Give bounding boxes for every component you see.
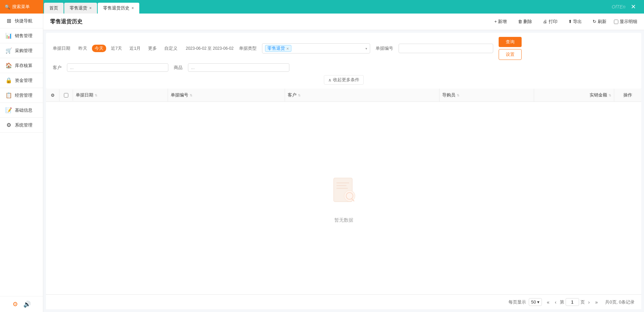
empty-illustration: [327, 173, 361, 213]
date-btn-custom[interactable]: 自定义: [162, 45, 180, 52]
th-checkbox[interactable]: [59, 90, 73, 101]
first-page-btn[interactable]: «: [545, 299, 551, 306]
svg-rect-1: [336, 182, 349, 183]
search-label: 搜索菜单: [12, 4, 30, 10]
th-date[interactable]: 单据日期 ⇅: [73, 89, 168, 102]
doc-type-select[interactable]: 零售退货 × ▾: [262, 43, 370, 53]
page-summary: 共0页, 0条记录: [605, 299, 635, 305]
table-empty: 暂无数据: [46, 102, 641, 294]
sidebar-item-system-mgmt[interactable]: ⚙系统管理: [0, 118, 43, 133]
sidebar-item-basic-info[interactable]: 📝基础信息: [0, 103, 43, 118]
sidebar-item-finance-mgmt[interactable]: 🔒资金管理: [0, 73, 43, 88]
pagination: 每页显示 50 ▾ « ‹ 第 页 › » 共0页, 0条记录: [46, 294, 641, 309]
th-amount-label: 实销金额: [590, 92, 607, 98]
th-customer-label: 客户: [288, 92, 296, 98]
tab-label-retail-return: 零售退货: [70, 5, 87, 11]
top-bar: 🔍 搜索菜单 首页零售退货×零售退货历史× OfTEn ✕: [0, 0, 644, 14]
query-settings-area: 查询 设置: [499, 37, 522, 60]
doc-type-tag: 零售退货 ×: [265, 45, 291, 52]
tab-close-retail-return-history[interactable]: ×: [132, 6, 134, 10]
refresh-button[interactable]: ↻ 刷新: [589, 17, 610, 26]
volume-icon-btn[interactable]: 🔊: [23, 300, 31, 308]
per-page-select[interactable]: 50 ▾: [529, 298, 542, 306]
th-settings[interactable]: ⚙: [46, 89, 59, 101]
date-btn-more[interactable]: 更多: [145, 45, 160, 52]
print-button[interactable]: 🖨 打印: [540, 17, 561, 26]
th-number-label: 单据编号: [171, 92, 188, 98]
th-date-label: 单据日期: [76, 92, 93, 98]
page-unit: 页: [580, 299, 585, 305]
window-close-btn[interactable]: ✕: [628, 3, 639, 10]
collapse-area: ∧ 收起更多条件: [53, 75, 635, 85]
query-button[interactable]: 查询: [499, 37, 522, 47]
new-button[interactable]: + 新增: [491, 17, 510, 26]
svg-rect-2: [336, 185, 347, 186]
sidebar-label-operations-mgmt: 经营管理: [15, 92, 32, 98]
goods-input[interactable]: ...: [188, 63, 289, 72]
purchase-mgmt-icon: 🛒: [5, 47, 12, 54]
tab-label-home: 首页: [49, 5, 58, 11]
collapse-btn[interactable]: ∧ 收起更多条件: [324, 75, 364, 85]
table-container: ⚙ 单据日期 ⇅ 单据编号 ⇅ 客户 ⇅ 导购员 ⇅: [46, 89, 641, 294]
th-customer-sort: ⇅: [298, 93, 301, 97]
show-detail-checkbox[interactable]: [614, 20, 618, 24]
tab-close-retail-return[interactable]: ×: [89, 6, 92, 10]
doc-number-label: 单据编号: [376, 45, 393, 51]
show-detail-label[interactable]: 显示明细: [614, 19, 637, 25]
th-customer[interactable]: 客户 ⇅: [285, 89, 439, 102]
basic-info-icon: 📝: [5, 107, 12, 113]
page-header: 零售退货历史 + 新增 🗑 删除 🖨 打印 ⬆ 导出 ↻ 刷新 显示明细: [43, 14, 644, 30]
sidebar-item-sales-mgmt[interactable]: 📊销售管理: [0, 28, 43, 43]
header-actions: + 新增 🗑 删除 🖨 打印 ⬆ 导出 ↻ 刷新 显示明细: [491, 17, 637, 26]
last-page-btn[interactable]: »: [593, 299, 600, 306]
sidebar-item-operations-mgmt[interactable]: 📋经营管理: [0, 88, 43, 103]
tab-home[interactable]: 首页: [44, 3, 64, 14]
settings-button[interactable]: 设置: [499, 49, 522, 60]
sidebar-label-system-mgmt: 系统管理: [15, 122, 32, 128]
th-number[interactable]: 单据编号 ⇅: [168, 89, 285, 102]
filter-row-1: 单据日期 昨天 今天 近7天 近1月 更多 自定义 2023-06-02 至 2…: [53, 37, 635, 60]
date-btn-7days[interactable]: 近7天: [108, 45, 125, 52]
per-page-arrow: ▾: [537, 299, 540, 305]
next-page-btn[interactable]: ›: [586, 299, 592, 306]
th-ops: 操作: [614, 89, 641, 102]
sidebar-item-inventory[interactable]: 🏠库存核算: [0, 58, 43, 73]
customer-label: 客户: [53, 65, 62, 71]
prev-page-btn[interactable]: ‹: [553, 299, 558, 306]
tabs-area: 首页零售退货×零售退货历史×: [43, 0, 612, 14]
date-filters: 昨天 今天 近7天 近1月 更多 自定义: [76, 45, 180, 52]
sidebar-label-finance-mgmt: 资金管理: [15, 77, 32, 84]
th-date-sort: ⇅: [95, 93, 97, 97]
tab-retail-return[interactable]: 零售退货×: [64, 3, 97, 14]
th-guide[interactable]: 导购员 ⇅: [439, 89, 534, 102]
th-amount[interactable]: 实销金额 ⇅: [534, 89, 614, 102]
customer-input[interactable]: ...: [67, 63, 168, 72]
settings-icon-btn[interactable]: ⚙: [13, 300, 18, 308]
per-page-value: 50: [531, 299, 536, 305]
tab-retail-return-history[interactable]: 零售退货历史×: [98, 3, 139, 14]
date-label: 单据日期: [53, 45, 70, 51]
sidebar-label-sales-mgmt: 销售管理: [15, 33, 32, 39]
doc-type-remove[interactable]: ×: [286, 46, 289, 51]
date-btn-today[interactable]: 今天: [92, 45, 106, 52]
search-box[interactable]: 🔍 搜索菜单: [0, 0, 43, 14]
sidebar-item-quick-nav[interactable]: ⊞快捷导航: [0, 14, 43, 28]
page-input-area: 第 页: [560, 298, 585, 306]
doc-number-input[interactable]: [399, 44, 493, 53]
select-all-checkbox[interactable]: [64, 93, 68, 97]
date-btn-yesterday[interactable]: 昨天: [76, 45, 90, 52]
table-header: ⚙ 单据日期 ⇅ 单据编号 ⇅ 客户 ⇅ 导购员 ⇅: [46, 89, 641, 102]
show-detail-text: 显示明细: [620, 19, 637, 25]
date-btn-1month[interactable]: 近1月: [127, 45, 143, 52]
sidebar-item-purchase-mgmt[interactable]: 🛒采购管理: [0, 43, 43, 58]
often-watermark: OfTEn: [612, 4, 625, 9]
page-number-input[interactable]: [566, 298, 579, 306]
svg-rect-3: [336, 188, 348, 189]
doc-type-label: 单据类型: [239, 45, 257, 51]
page-label: 第: [560, 299, 564, 305]
export-button[interactable]: ⬆ 导出: [565, 17, 586, 26]
quick-nav-icon: ⊞: [5, 18, 12, 24]
page-nav: « ‹ 第 页 › »: [545, 298, 600, 306]
goods-label: 商品: [174, 65, 183, 71]
delete-button[interactable]: 🗑 删除: [515, 17, 536, 26]
